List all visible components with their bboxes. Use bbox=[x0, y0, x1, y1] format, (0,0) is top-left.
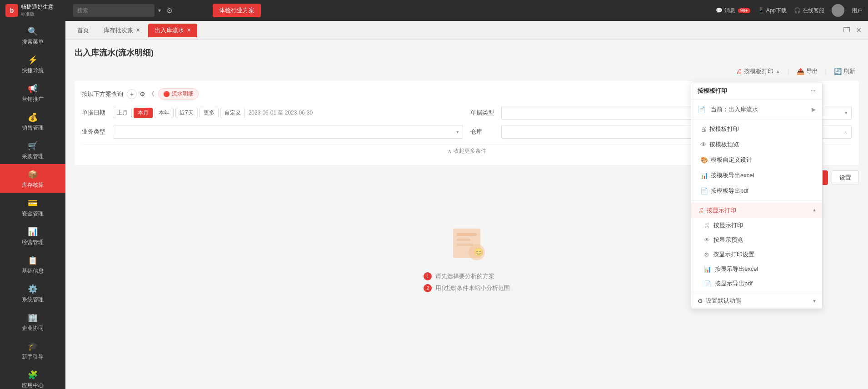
filter-active-tag[interactable]: 🔴 流水明细 bbox=[158, 88, 199, 100]
messages-badge: 99+ bbox=[738, 8, 750, 13]
sub-item-label: 按显示导出pdf bbox=[715, 279, 753, 288]
display-print-section-header[interactable]: 🖨 按显示打印 ▾ bbox=[691, 203, 822, 218]
business-type-dropdown-icon: ▾ bbox=[456, 129, 459, 135]
app-download-btn[interactable]: 📱 App下载 bbox=[758, 7, 787, 15]
tab-flow-close[interactable]: ✕ bbox=[187, 27, 191, 33]
tab-restore-btn[interactable]: 🗖 bbox=[842, 25, 851, 35]
tab-batch-ledger-close[interactable]: ✕ bbox=[136, 27, 140, 33]
dropdown-item-template-pdf[interactable]: 📄 按模板导出pdf bbox=[691, 183, 822, 199]
inventory-icon: 📦 bbox=[28, 170, 38, 180]
filter-collapse-btn[interactable]: 《 bbox=[148, 90, 155, 98]
dropdown-item-display-preview[interactable]: 👁 按显示预览 bbox=[691, 233, 822, 247]
current-item-icon: 📄 bbox=[698, 106, 705, 113]
page-title: 出入库流水(流水明细) bbox=[75, 47, 859, 58]
tab-flow[interactable]: 出入库流水 ✕ bbox=[148, 24, 197, 37]
tab-close-btn[interactable]: ✕ bbox=[855, 25, 863, 35]
filter-date-field: 单据日期 上月 本月 本年 近7天 更多 自定义 2023-06-01 至 20… bbox=[82, 108, 463, 118]
dropdown-item-display-settings[interactable]: ⚙ 按显示打印设置 bbox=[691, 247, 822, 262]
search-dropdown-icon[interactable]: ▾ bbox=[158, 7, 161, 14]
app-version: 标准版 bbox=[21, 11, 54, 17]
svg-rect-3 bbox=[457, 244, 473, 246]
export-btn[interactable]: 📤 导出 bbox=[793, 65, 822, 77]
customer-service-btn[interactable]: 🎧 在线客服 bbox=[794, 7, 824, 15]
user-avatar[interactable] bbox=[832, 4, 844, 17]
dropdown-item-display-pdf[interactable]: 📄 按显示导出pdf bbox=[691, 276, 822, 291]
sidebar-item-operations[interactable]: 📊 经营管理 bbox=[0, 221, 65, 250]
filter-business-type-select[interactable]: ▾ bbox=[113, 125, 463, 139]
print-dropdown-panel: 按模板打印 ··· 📄 当前：出入库流水 ▶ bbox=[691, 82, 823, 309]
dropdown-item-label: 按模板打印 bbox=[709, 125, 739, 133]
dropdown-current-item[interactable]: 📄 当前：出入库流水 ▶ bbox=[691, 102, 822, 117]
sidebar-item-label: 基础信息 bbox=[22, 267, 44, 275]
refresh-icon: 🔄 bbox=[834, 68, 842, 75]
date-btn-this-month[interactable]: 本月 bbox=[134, 108, 153, 118]
refresh-btn[interactable]: 🔄 刷新 bbox=[830, 65, 859, 77]
dropdown-item-template-design[interactable]: 🎨 模板自定义设计 bbox=[691, 152, 822, 168]
date-btn-custom[interactable]: 自定义 bbox=[220, 108, 245, 118]
messages-btn[interactable]: 💬 消息 99+ bbox=[716, 7, 750, 15]
sidebar-item-guide[interactable]: 🎓 新手引导 bbox=[0, 336, 65, 364]
sidebar-item-basic-info[interactable]: 📋 基础信息 bbox=[0, 250, 65, 279]
app-download-label: App下载 bbox=[766, 7, 787, 15]
date-btn-7days[interactable]: 近7天 bbox=[175, 108, 198, 118]
dropdown-header: 按模板打印 ··· bbox=[691, 82, 822, 100]
section-collapse-icon[interactable]: ▾ bbox=[813, 207, 816, 214]
sidebar-item-finance[interactable]: 💳 资金管理 bbox=[0, 193, 65, 221]
tab-home[interactable]: 首页 bbox=[71, 24, 95, 37]
app-center-icon: 🧩 bbox=[28, 370, 38, 380]
date-shortcuts: 上月 本月 本年 近7天 更多 自定义 2023-06-01 至 2023-06… bbox=[113, 108, 313, 118]
message-icon: 💬 bbox=[716, 7, 723, 14]
industry-btn[interactable]: 体验行业方案 bbox=[213, 4, 261, 17]
print-template-icon: 🖨 bbox=[700, 125, 707, 133]
dropdown-section-1: 📄 当前：出入库流水 ▶ bbox=[691, 100, 822, 120]
filter-business-type-label: 业务类型 bbox=[82, 128, 109, 136]
basic-info-icon: 📋 bbox=[28, 255, 38, 265]
sidebar-item-app-center[interactable]: 🧩 应用中心 bbox=[0, 364, 65, 389]
sidebar-item-inventory[interactable]: 📦 库存核算 bbox=[0, 164, 65, 193]
quick-nav-icon: ⚡ bbox=[28, 55, 38, 65]
print-template-btn[interactable]: 🖨 按模板打印 ▲ bbox=[732, 65, 784, 77]
sidebar-item-system[interactable]: ⚙️ 系统管理 bbox=[0, 279, 65, 307]
date-btn-more[interactable]: 更多 bbox=[200, 108, 219, 118]
collapse-label: 收起更多条件 bbox=[454, 147, 486, 155]
step-num-2: 2 bbox=[424, 284, 432, 292]
sidebar-item-sales[interactable]: 💰 销售管理 bbox=[0, 107, 65, 135]
print-dropdown-arrow[interactable]: ▲ bbox=[775, 69, 780, 74]
filter-settings-btn[interactable]: ⚙ bbox=[140, 90, 145, 98]
sidebar-item-quick-nav[interactable]: ⚡ 快捷导航 bbox=[0, 50, 65, 78]
sidebar-item-label: 资金管理 bbox=[22, 210, 44, 218]
tab-batch-ledger[interactable]: 库存批次账 ✕ bbox=[97, 24, 146, 37]
header-settings-icon[interactable]: ⚙ bbox=[165, 5, 175, 17]
dropdown-item-display-excel[interactable]: 📊 按显示导出excel bbox=[691, 262, 822, 276]
search-menu-icon: 🔍 bbox=[28, 26, 38, 36]
messages-label: 消息 bbox=[724, 7, 735, 15]
action-divider-2: | bbox=[825, 68, 827, 75]
logo-icon: b bbox=[5, 4, 18, 17]
settings-btn[interactable]: 设置 bbox=[832, 170, 859, 185]
dropdown-item-display-print[interactable]: 🖨 按显示打印 bbox=[691, 218, 822, 233]
empty-step-2-label: 用[过滤]条件来缩小分析范围 bbox=[435, 284, 509, 292]
date-btn-last-month[interactable]: 上月 bbox=[113, 108, 132, 118]
sidebar-item-enterprise[interactable]: 🏢 企业协同 bbox=[0, 307, 65, 336]
dropdown-footer[interactable]: ⚙ 设置默认功能 ▾ bbox=[691, 293, 822, 309]
dropdown-item-template-excel[interactable]: 📊 按模板导出excel bbox=[691, 168, 822, 183]
search-input[interactable] bbox=[73, 4, 155, 17]
sidebar-item-marketing[interactable]: 📢 营销推广 bbox=[0, 78, 65, 107]
date-btn-this-year[interactable]: 本年 bbox=[155, 108, 174, 118]
dropdown-item-print-template[interactable]: 🖨 按模板打印 bbox=[691, 121, 822, 137]
display-print-header-icon: 🖨 bbox=[698, 207, 704, 214]
tab-flow-label: 出入库流水 bbox=[155, 26, 184, 35]
filter-header-label: 按以下方案查询 bbox=[82, 90, 123, 98]
dropdown-more-icon[interactable]: ··· bbox=[810, 87, 816, 95]
filter-add-btn[interactable]: + bbox=[127, 89, 137, 99]
display-print-sub-list: 🖨 按显示打印 👁 按显示预览 ⚙ 按显示打印设置 bbox=[691, 218, 822, 291]
sidebar-item-purchase[interactable]: 🛒 采购管理 bbox=[0, 135, 65, 164]
action-divider-1: | bbox=[788, 68, 789, 75]
filter-tag-icon: 🔴 bbox=[163, 91, 170, 97]
dropdown-section-3: 🖨 按显示打印 ▾ 🖨 按显示打印 👁 bbox=[691, 201, 822, 293]
main-layout: 🔍 搜索菜单 ⚡ 快捷导航 📢 营销推广 💰 销售管理 🛒 采购管理 📦 库存核… bbox=[0, 21, 868, 389]
sidebar-item-search[interactable]: 🔍 搜索菜单 bbox=[0, 21, 65, 50]
export-label: 导出 bbox=[806, 67, 818, 75]
dropdown-item-preview-template[interactable]: 👁 按模板预览 bbox=[691, 137, 822, 152]
sub-item-label: 按显示导出excel bbox=[715, 265, 758, 273]
